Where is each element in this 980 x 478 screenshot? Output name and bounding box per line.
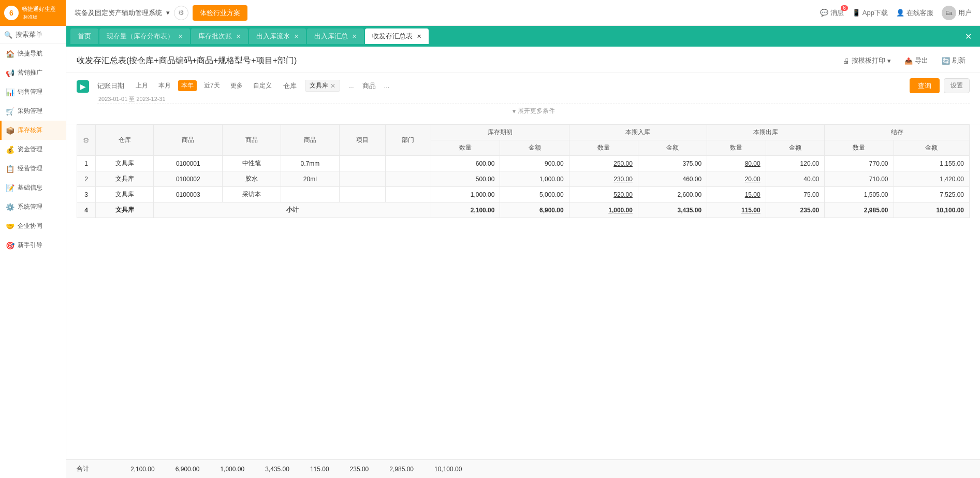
trial-button[interactable]: 体验行业方案 bbox=[193, 5, 247, 21]
col-settings[interactable]: ⚙ bbox=[77, 125, 96, 156]
product-more-btn[interactable]: ... bbox=[384, 82, 390, 90]
tab-close-4[interactable]: ✕ bbox=[352, 33, 357, 40]
sidebar-search[interactable]: 🔍 搜索菜单 bbox=[0, 26, 66, 44]
tab-1[interactable]: 现存量（库存分布表）✕ bbox=[99, 28, 190, 44]
tab-close-2[interactable]: ✕ bbox=[236, 33, 241, 40]
user-item[interactable]: Ea 用户 bbox=[942, 6, 972, 20]
date-btn-custom[interactable]: 自定义 bbox=[250, 80, 275, 91]
row-end-amt-0: 1,155.00 bbox=[894, 156, 969, 171]
tab-label-5: 收发存汇总表 bbox=[372, 32, 413, 41]
tab-bar-close[interactable]: ✕ bbox=[961, 30, 976, 44]
out-qty-link-1[interactable]: 20.00 bbox=[745, 176, 760, 183]
settings-icon-btn[interactable]: ⚙ bbox=[174, 6, 188, 20]
tab-close-3[interactable]: ✕ bbox=[294, 33, 299, 40]
data-table: ⚙ 仓库 商品 商品 商品 项目 部门 库存期初 本期入库 本期出库 结存 数量 bbox=[77, 124, 970, 218]
sidebar-item-2[interactable]: 📊销售管理 bbox=[0, 82, 66, 102]
row-end-qty-2: 1,505.00 bbox=[825, 187, 894, 202]
row-out-qty-0: 80.00 bbox=[707, 156, 766, 171]
nav-icon-10: 🎯 bbox=[6, 241, 14, 250]
expand-label: 展开更多条件 bbox=[518, 107, 555, 115]
row-end-amt-2: 7,525.00 bbox=[894, 187, 969, 202]
col-ending-header: 结存 bbox=[825, 125, 970, 140]
subtotal-in-qty-link[interactable]: 1,000.00 bbox=[608, 207, 633, 214]
in-qty-link-0[interactable]: 250.00 bbox=[613, 160, 633, 167]
sidebar-item-1[interactable]: 📢营销推广 bbox=[0, 63, 66, 82]
out-qty-link-0[interactable]: 80.00 bbox=[745, 160, 760, 167]
nav-icon-7: 📝 bbox=[6, 184, 14, 192]
row-warehouse-0: 文具库 bbox=[96, 156, 154, 171]
date-btn-7days[interactable]: 近7天 bbox=[201, 80, 223, 91]
tab-2[interactable]: 库存批次账✕ bbox=[191, 28, 248, 44]
tab-4[interactable]: 出入库汇总✕ bbox=[307, 28, 364, 44]
filter-toggle-button[interactable]: ▶ bbox=[77, 80, 89, 93]
row-open-qty-1: 500.00 bbox=[431, 171, 500, 187]
total-open-amt: 6,900.00 bbox=[175, 466, 200, 473]
date-shortcuts: 上月 本月 本年 近7天 更多 自定义 bbox=[133, 80, 275, 91]
sidebar-item-9[interactable]: 🤝企业协同 bbox=[0, 216, 66, 236]
sidebar-item-10[interactable]: 🎯新手引导 bbox=[0, 236, 66, 255]
tab-close-5[interactable]: ✕ bbox=[417, 33, 421, 40]
nav-label-9: 企业协同 bbox=[18, 222, 42, 230]
avatar: Ea bbox=[942, 6, 956, 20]
row-index-0: 1 bbox=[77, 156, 96, 171]
row-open-amt-0: 900.00 bbox=[500, 156, 569, 171]
sidebar-nav: 🏠快捷导航📢营销推广📊销售管理🛒采购管理📦库存核算💰资金管理📋经营管理📝基础信息… bbox=[0, 44, 66, 255]
subtotal-open-amt: 6,900.00 bbox=[500, 202, 569, 218]
row-name-0: 中性笔 bbox=[223, 156, 281, 171]
sidebar-item-4[interactable]: 📦库存核算 bbox=[0, 121, 66, 140]
app-download-item[interactable]: 📱 App下载 bbox=[852, 8, 888, 18]
sidebar-item-6[interactable]: 📋经营管理 bbox=[0, 159, 66, 178]
date-btn-this-month[interactable]: 本月 bbox=[155, 80, 174, 91]
export-button[interactable]: 📤 导出 bbox=[900, 54, 932, 67]
export-icon: 📤 bbox=[904, 57, 913, 65]
system-dropdown[interactable]: ▾ bbox=[166, 9, 170, 17]
print-button[interactable]: 🖨 按模板打印 ▾ bbox=[839, 54, 895, 67]
nav-icon-4: 📦 bbox=[6, 126, 14, 135]
nav-label-4: 库存核算 bbox=[18, 126, 42, 135]
tab-3[interactable]: 出入库流水✕ bbox=[249, 28, 306, 44]
row-name-1: 胶水 bbox=[223, 171, 281, 187]
tab-5[interactable]: 收发存汇总表✕ bbox=[365, 28, 429, 44]
sidebar-item-3[interactable]: 🛒采购管理 bbox=[0, 102, 66, 121]
col-product-name-header: 商品 bbox=[223, 125, 281, 156]
refresh-icon: 🔄 bbox=[942, 57, 950, 65]
page-content: 收发存汇总表(按仓库+商品编码+商品+规格型号+项目+部门) 🖨 按模板打印 ▾… bbox=[66, 47, 980, 459]
subtotal-in-amt: 3,435.00 bbox=[638, 202, 707, 218]
tab-bar: 首页现存量（库存分布表）✕库存批次账✕出入库流水✕出入库汇总✕收发存汇总表✕✕ bbox=[66, 26, 980, 47]
warehouse-more-btn[interactable]: ... bbox=[348, 82, 354, 90]
tab-0[interactable]: 首页 bbox=[70, 28, 98, 44]
in-qty-link-1[interactable]: 230.00 bbox=[613, 176, 633, 183]
col-out-header: 本期出库 bbox=[707, 125, 825, 140]
out-qty-link-2[interactable]: 15.00 bbox=[745, 191, 760, 198]
row-out-amt-0: 120.00 bbox=[766, 156, 825, 171]
system-title: 装备及固定资产辅助管理系统 bbox=[75, 8, 162, 18]
query-button[interactable]: 查询 bbox=[910, 78, 940, 93]
warehouse-tag[interactable]: 文具库 ✕ bbox=[305, 80, 340, 92]
sidebar-item-8[interactable]: ⚙️系统管理 bbox=[0, 197, 66, 216]
date-btn-more[interactable]: 更多 bbox=[227, 80, 246, 91]
nav-icon-2: 📊 bbox=[6, 88, 14, 96]
date-btn-prev-month[interactable]: 上月 bbox=[133, 80, 151, 91]
in-qty-link-2[interactable]: 520.00 bbox=[613, 191, 633, 198]
message-item[interactable]: 💬 消息 6 bbox=[820, 8, 844, 18]
search-icon: 🔍 bbox=[4, 31, 12, 39]
refresh-button[interactable]: 🔄 刷新 bbox=[938, 54, 970, 67]
total-end-qty: 2,985.00 bbox=[389, 466, 414, 473]
warehouse-tag-close-icon[interactable]: ✕ bbox=[330, 82, 335, 90]
tab-close-1[interactable]: ✕ bbox=[178, 33, 183, 40]
sidebar-item-5[interactable]: 💰资金管理 bbox=[0, 140, 66, 159]
online-service-item[interactable]: 👤 在线客服 bbox=[896, 8, 933, 18]
table-container: ⚙ 仓库 商品 商品 商品 项目 部门 库存期初 本期入库 本期出库 结存 数量 bbox=[66, 124, 980, 228]
sidebar: 6 畅捷通好生意 标准版 🔍 搜索菜单 🏠快捷导航📢营销推广📊销售管理🛒采购管理… bbox=[0, 0, 66, 478]
header-right: 💬 消息 6 📱 App下载 👤 在线客服 Ea 用户 bbox=[820, 6, 972, 20]
subtotal-out-qty-link[interactable]: 115.00 bbox=[741, 207, 760, 214]
message-icon: 💬 bbox=[820, 9, 828, 17]
expand-conditions-btn[interactable]: ▾ 展开更多条件 bbox=[97, 103, 970, 119]
filter-fields: 记账日期 上月 本月 本年 近7天 更多 自定义 仓库 文具库 ✕ bbox=[97, 78, 970, 119]
sidebar-item-7[interactable]: 📝基础信息 bbox=[0, 178, 66, 197]
table-settings-button[interactable]: 设置 bbox=[944, 78, 970, 93]
total-in-amt: 3,435.00 bbox=[265, 466, 289, 473]
logo-text: 畅捷通好生意 bbox=[22, 5, 56, 12]
date-btn-this-year[interactable]: 本年 bbox=[178, 80, 197, 91]
sidebar-item-0[interactable]: 🏠快捷导航 bbox=[0, 44, 66, 63]
